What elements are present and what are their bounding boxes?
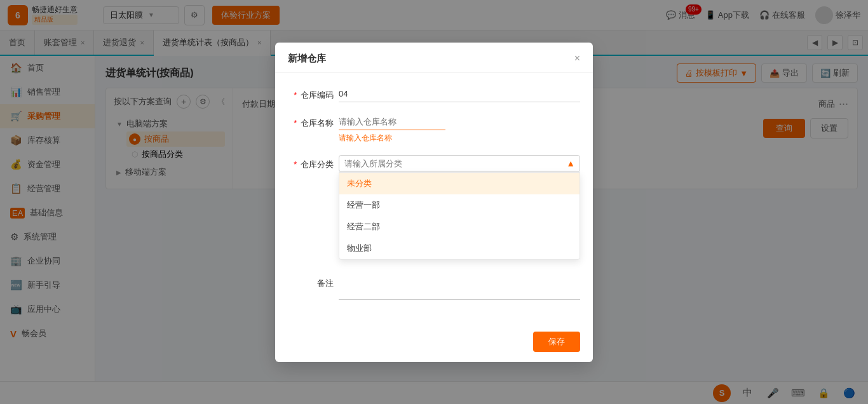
remark-textarea[interactable] <box>339 274 580 300</box>
dropdown-item-dept1[interactable]: 经营一部 <box>339 194 580 216</box>
category-input[interactable] <box>339 155 580 172</box>
chevron-up-icon[interactable]: ▲ <box>566 158 575 168</box>
remark-label: 备注 <box>288 274 339 289</box>
dropdown-item-property[interactable]: 物业部 <box>339 238 580 259</box>
warehouse-code-row: * 仓库编码 <box>288 86 580 102</box>
warehouse-code-label: * 仓库编码 <box>288 86 339 101</box>
warehouse-name-row: * 仓库名称 请输入仓库名称 <box>288 114 580 144</box>
category-dropdown: 未分类 经营一部 经营二部 物业部 <box>339 172 580 260</box>
modal-title: 新增仓库 <box>288 53 326 65</box>
warehouse-category-label: * 仓库分类 <box>288 155 339 170</box>
modal-overlay: 新增仓库 × * 仓库编码 * 仓库名称 <box>0 0 868 404</box>
dropdown-item-uncategorized[interactable]: 未分类 <box>339 173 580 194</box>
modal-header: 新增仓库 × <box>275 43 593 73</box>
remark-row: 备注 <box>288 274 580 300</box>
add-warehouse-modal: 新增仓库 × * 仓库编码 * 仓库名称 <box>275 43 593 362</box>
modal-body: * 仓库编码 * 仓库名称 请输入仓库名称 <box>275 73 593 324</box>
category-select-wrap: ▲ 未分类 经营一部 经营二部 物业部 <box>339 155 580 172</box>
modal-footer: 保存 <box>275 324 593 362</box>
warehouse-name-label: * 仓库名称 <box>288 114 339 129</box>
warehouse-code-input[interactable] <box>339 86 580 102</box>
dropdown-item-dept2[interactable]: 经营二部 <box>339 216 580 238</box>
warehouse-name-error: 请输入仓库名称 <box>339 133 445 144</box>
warehouse-name-input[interactable] <box>339 114 445 130</box>
modal-close-button[interactable]: × <box>574 53 580 64</box>
warehouse-category-row: * 仓库分类 ▲ 未分类 经营一部 经营二部 物业部 <box>288 155 580 172</box>
save-button[interactable]: 保存 <box>533 332 580 352</box>
